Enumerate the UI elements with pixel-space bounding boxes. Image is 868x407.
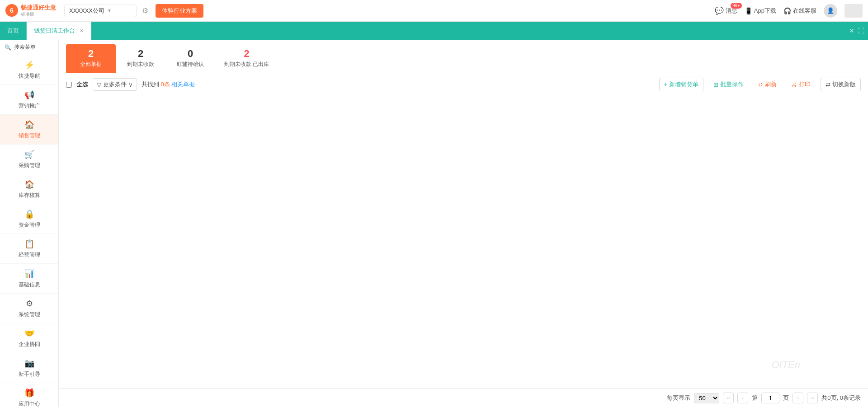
sidebar-item-guide[interactable]: 📷 新手引导 — [0, 353, 58, 383]
sidebar-item-quick-nav[interactable]: ⚡ 快捷导航 — [0, 55, 58, 85]
main-layout: 🔍 搜索菜单 ⚡ 快捷导航 📢 营销推广 🏠 销售管理 🛒 采购管理 🏠 库存核… — [0, 40, 868, 407]
page-size-select[interactable]: 10 20 50 100 — [694, 393, 719, 403]
sales-icon: 🏠 — [24, 119, 35, 130]
sidebar-item-cooperation[interactable]: 🤝 企业协同 — [0, 323, 58, 353]
pagination: 每页显示 10 20 50 100 « ‹ 第 页 › » 共0页, 0条记录 — [59, 388, 868, 407]
switch-icon: ⇄ — [826, 81, 830, 88]
filter-icon: ▽ — [97, 81, 101, 88]
tab-cashflow[interactable]: 钱货日清工作台 ✕ — [27, 22, 91, 40]
inventory-icon: 🏠 — [24, 179, 35, 190]
cooperation-icon: 🤝 — [24, 328, 35, 339]
tab-close-btn[interactable]: ✕ — [80, 28, 84, 34]
batch-icon: ⊞ — [713, 81, 718, 88]
found-text: 共找到 0条 相关单据 — [142, 80, 195, 89]
content-area: 2 全部单据 2 到期未收款 0 旺辅待确认 2 到期未收款 已出库 — [59, 40, 868, 407]
print-btn[interactable]: 🖨 打印 — [787, 78, 815, 91]
sidebar-item-app-center[interactable]: 🎁 应用中心 — [0, 383, 58, 407]
page-suffix: 页 — [783, 394, 789, 402]
select-all-label: 全选 — [76, 80, 88, 89]
marketing-icon: 📢 — [24, 89, 35, 100]
tab-bar: 首页 钱货日清工作台 ✕ ✕ ⛶ — [0, 22, 868, 40]
stat-tab-overdue-uncollected[interactable]: 2 到期未收款 — [116, 44, 165, 73]
stats-bar: 2 全部单据 2 到期未收款 0 旺辅待确认 2 到期未收款 已出库 — [59, 40, 868, 73]
app-download-btn[interactable]: 📱 App下载 — [745, 7, 776, 15]
page-label: 第 — [752, 394, 758, 402]
tab-actions-right: ✕ ⛶ — [849, 22, 868, 40]
sidebar-item-finance[interactable]: 🔒 资金管理 — [0, 204, 58, 234]
prev-page-btn[interactable]: ‹ — [737, 393, 748, 403]
app-center-icon: 🎁 — [24, 388, 35, 398]
user-menu[interactable] — [844, 4, 863, 18]
search-icon: 🔍 — [5, 44, 11, 51]
settings-icon[interactable]: ⚙ — [140, 5, 150, 17]
stats-tabs: 2 全部单据 2 到期未收款 0 旺辅待确认 2 到期未收款 已出库 — [66, 44, 861, 73]
tab-home[interactable]: 首页 — [0, 22, 27, 40]
online-service-btn[interactable]: 🎧 在线客服 — [783, 7, 816, 15]
logo-icon: 6 — [5, 4, 18, 17]
page-number-input[interactable] — [761, 393, 779, 403]
toolbar-right: + 新增销货单 ⊞ 批量操作 ↺ 刷新 🖨 打印 ⇄ 切换新版 — [659, 78, 861, 91]
message-btn[interactable]: 💬 消息 99+ — [715, 6, 737, 15]
filter-arrow-icon: ∨ — [128, 81, 133, 88]
header-right: 💬 消息 99+ 📱 App下载 🎧 在线客服 👤 — [715, 4, 863, 18]
guide-icon: 📷 — [24, 358, 35, 369]
message-badge: 99+ — [731, 3, 742, 9]
stat-tab-overdue-unshipped[interactable]: 2 到期未收款 已出库 — [215, 44, 278, 73]
first-page-btn[interactable]: « — [723, 393, 734, 403]
page-size-label: 每页显示 — [667, 394, 690, 402]
trial-btn[interactable]: 体验行业方案 — [156, 4, 203, 18]
switch-version-btn[interactable]: ⇄ 切换新版 — [821, 78, 861, 91]
logo-area: 6 畅捷通好生意 标准版 — [5, 4, 64, 18]
base-info-icon: 📊 — [24, 268, 35, 279]
system-icon: ⚙ — [24, 298, 35, 309]
table-area — [59, 96, 868, 388]
sidebar-item-business[interactable]: 📋 经营管理 — [0, 234, 58, 264]
sidebar-item-base-info[interactable]: 📊 基础信息 — [0, 264, 58, 294]
sidebar-item-sales[interactable]: 🏠 销售管理 — [0, 115, 58, 145]
finance-icon: 🔒 — [24, 209, 35, 220]
refresh-icon: ↺ — [758, 81, 763, 88]
sidebar-item-purchase[interactable]: 🛒 采购管理 — [0, 145, 58, 174]
filter-btn[interactable]: ▽ 更多条件 ∨ — [93, 78, 137, 91]
purchase-icon: 🛒 — [24, 149, 35, 160]
tab-minimize-icon[interactable]: ✕ — [849, 27, 854, 34]
logo-text: 畅捷通好生意 标准版 — [21, 4, 56, 18]
company-selector[interactable]: XXXXXX公司 ▼ — [64, 5, 137, 17]
sidebar: 🔍 搜索菜单 ⚡ 快捷导航 📢 营销推广 🏠 销售管理 🛒 采购管理 🏠 库存核… — [0, 40, 59, 407]
select-all-checkbox[interactable] — [66, 82, 72, 88]
sidebar-search[interactable]: 🔍 搜索菜单 — [0, 40, 58, 55]
avatar[interactable]: 👤 — [824, 4, 837, 18]
sidebar-item-system[interactable]: ⚙ 系统管理 — [0, 294, 58, 323]
business-icon: 📋 — [24, 239, 35, 249]
refresh-btn[interactable]: ↺ 刷新 — [754, 78, 781, 91]
toolbar: 全选 ▽ 更多条件 ∨ 共找到 0条 相关单据 + 新增销货单 ⊞ 批量操作 ↺ — [59, 73, 868, 96]
stat-tab-pending-confirm[interactable]: 0 旺辅待确认 — [165, 44, 215, 73]
sidebar-item-inventory[interactable]: 🏠 库存核算 — [0, 174, 58, 204]
tab-expand-icon[interactable]: ⛶ — [858, 27, 864, 34]
stat-tab-all[interactable]: 2 全部单据 — [66, 44, 116, 73]
company-dropdown-arrow: ▼ — [107, 8, 112, 13]
sidebar-item-marketing[interactable]: 📢 营销推广 — [0, 85, 58, 115]
print-icon: 🖨 — [791, 81, 797, 88]
new-sale-order-btn[interactable]: + 新增销货单 — [659, 78, 703, 91]
total-info: 共0页, 0条记录 — [821, 394, 861, 402]
batch-operation-btn[interactable]: ⊞ 批量操作 — [709, 78, 748, 91]
quick-nav-icon: ⚡ — [24, 60, 35, 70]
last-page-btn[interactable]: » — [807, 393, 818, 403]
top-header: 6 畅捷通好生意 标准版 XXXXXX公司 ▼ ⚙ 体验行业方案 💬 消息 99… — [0, 0, 868, 22]
next-page-btn[interactable]: › — [793, 393, 803, 403]
